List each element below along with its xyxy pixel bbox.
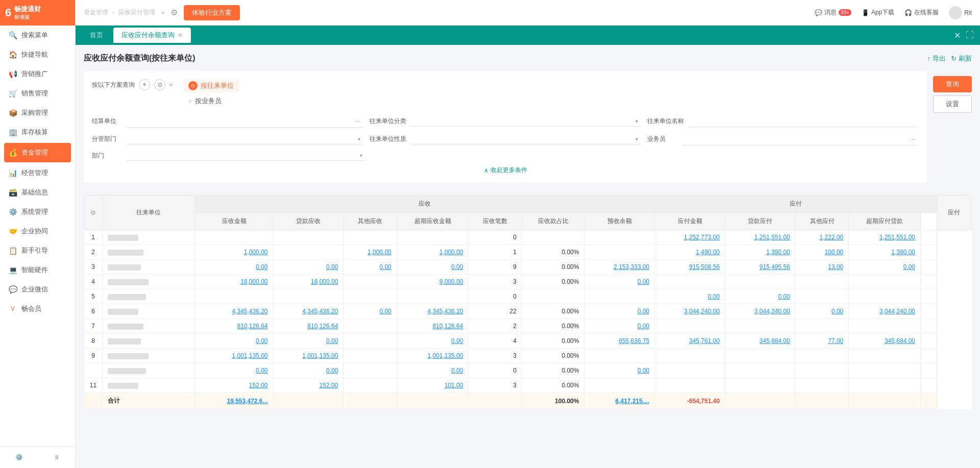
row-pay_amount[interactable]: 3,044,240.00 [655, 304, 725, 319]
row-overdue_pay[interactable]: 345,684.00 [849, 334, 921, 349]
row-advance_bal[interactable]: 0.00 [584, 275, 655, 289]
dept-select[interactable]: ▾ [127, 151, 365, 161]
sidebar-item-quick[interactable]: 🏠 快捷导航 [0, 45, 75, 64]
row-rec_amount[interactable]: 0.00 [195, 363, 273, 378]
row-overdue_rec[interactable]: 0.00 [397, 334, 469, 349]
row-rec_amount[interactable]: 0.00 [195, 260, 273, 275]
row-advance_bal[interactable]: 0.00 [584, 319, 655, 334]
unit-name-input[interactable] [688, 115, 919, 127]
row-other_rec[interactable]: 1,000.00 [344, 245, 397, 260]
message-button[interactable]: 💬 消息 99+ [815, 8, 851, 17]
row-other_rec[interactable]: 0.00 [344, 260, 397, 275]
sidebar-item-search[interactable]: 🔍 搜索菜单 [0, 26, 75, 45]
row-loan_rec[interactable]: 0.00 [273, 363, 344, 378]
row-other_pay[interactable]: 77.00 [795, 334, 848, 349]
row-rec_amount[interactable]: 4,345,436.20 [195, 304, 273, 319]
gear-icon[interactable]: ⚙ [170, 8, 178, 17]
filter-scheme-by-sales[interactable]: ○ 按业务员 [183, 94, 239, 108]
row-overdue_rec[interactable]: 810,126.64 [397, 319, 469, 334]
row-loan_pay[interactable]: 3,044,240.00 [725, 304, 796, 319]
row-pay_amount[interactable]: 915,508.56 [655, 260, 725, 275]
sidebar-item-marketing[interactable]: 📢 营销推广 [0, 64, 75, 84]
row-loan_pay[interactable]: 345,684.00 [725, 334, 796, 349]
row-other_pay[interactable]: 0.00 [795, 304, 848, 319]
sidebar-item-system[interactable]: ⚙️ 系统管理 [0, 202, 75, 221]
set-button[interactable]: 设置 [933, 95, 972, 113]
row-loan_rec[interactable]: 152.00 [273, 378, 344, 393]
row-overdue_pay[interactable]: 1,390.00 [849, 245, 921, 260]
sidebar-item-corp[interactable]: 🤝 企业协同 [0, 221, 75, 241]
tab-query[interactable]: 应收应付余额查询 ✕ [113, 28, 191, 43]
service-button[interactable]: 🎧 在线客服 [904, 8, 939, 17]
sidebar-item-basic[interactable]: 🗃️ 基础信息 [0, 183, 75, 202]
filter-scheme-button[interactable]: ⊙ [154, 79, 165, 90]
collapse-button[interactable]: ⏸ [48, 451, 65, 464]
sidebar-item-inventory[interactable]: 🏢 库存核算 [0, 122, 75, 142]
row-loan_rec[interactable]: 810,126.64 [273, 319, 344, 334]
row-overdue_pay[interactable]: 0.00 [849, 260, 921, 275]
row-rec_amount[interactable]: 1,000.00 [195, 245, 273, 260]
query-button[interactable]: 查询 [933, 76, 972, 92]
filter-collapse-icon[interactable]: « [169, 81, 173, 88]
row-overdue_pay[interactable]: 3,044,240.00 [849, 304, 921, 319]
table-settings-icon[interactable]: ⚙ [90, 209, 96, 216]
total-rec-amount[interactable]: 19,553,472,6... [195, 393, 273, 409]
row-loan_pay[interactable]: 1,251,551.00 [725, 230, 796, 245]
user-menu[interactable]: Rit [949, 6, 972, 19]
row-pay_amount[interactable]: 1,490.00 [655, 245, 725, 260]
row-other_pay[interactable]: 13.00 [795, 260, 848, 275]
row-other_pay[interactable]: 1,222.00 [795, 230, 848, 245]
row-rec_amount[interactable]: 152.00 [195, 378, 273, 393]
tab-home[interactable]: 首页 [82, 28, 111, 43]
row-rec_amount[interactable]: 18,000.00 [195, 275, 273, 289]
sidebar-item-sales[interactable]: 🛒 销售管理 [0, 84, 75, 103]
sidebar-item-member[interactable]: V 畅会员 [0, 299, 75, 318]
sidebar-item-operation[interactable]: 📊 经营管理 [0, 163, 75, 183]
close-window-icon[interactable]: ✕ [954, 31, 961, 40]
maximize-icon[interactable]: ⛶ [966, 31, 974, 40]
sidebar-item-purchase[interactable]: 📦 采购管理 [0, 103, 75, 122]
row-rec_amount[interactable]: 810,126.64 [195, 319, 273, 334]
cta-button[interactable]: 体验行业方案 [184, 5, 240, 20]
filter-add-button[interactable]: + [139, 79, 150, 90]
row-advance_bal[interactable]: 0.00 [584, 304, 655, 319]
collapse-more-button[interactable]: ∧ 收起更多条件 [484, 166, 527, 175]
row-rec_amount[interactable]: 1,001,135.00 [195, 349, 273, 363]
row-pay_amount[interactable]: 1,252,773.00 [655, 230, 725, 245]
row-rec_amount[interactable]: 0.00 [195, 334, 273, 349]
row-other_pay[interactable]: 100.00 [795, 245, 848, 260]
row-pay_amount[interactable]: 345,761.00 [655, 334, 725, 349]
row-loan_pay[interactable]: 1,390.00 [725, 245, 796, 260]
sidebar-item-hardware[interactable]: 💻 智能硬件 [0, 260, 75, 280]
settings-button[interactable]: ⚙️ [10, 451, 28, 464]
row-advance_bal[interactable]: 2,153,333.00 [584, 260, 655, 275]
salesperson-select[interactable]: ··· [682, 133, 919, 145]
row-loan_rec[interactable]: 4,345,436.20 [273, 304, 344, 319]
row-advance_bal[interactable]: 655,636.75 [584, 334, 655, 349]
row-other_rec[interactable]: 0.00 [344, 304, 397, 319]
row-overdue_rec[interactable]: 101.00 [397, 378, 469, 393]
row-pay_amount[interactable]: 0.00 [655, 289, 725, 304]
unit-category-select[interactable]: ▾ [410, 116, 641, 127]
row-loan_rec[interactable]: 1,001,135.00 [273, 349, 344, 363]
total-advance-bal[interactable]: 6,417,215.... [584, 393, 655, 409]
row-advance_bal[interactable]: 0.00 [584, 363, 655, 378]
row-overdue_rec[interactable]: 1,000.00 [397, 245, 469, 260]
row-overdue_rec[interactable]: 0.00 [397, 260, 469, 275]
export-button[interactable]: ↑ 导出 [927, 54, 946, 63]
settlement-unit-select[interactable]: ··· [127, 115, 363, 128]
row-overdue_rec[interactable]: 1,001,135.00 [397, 349, 469, 363]
row-loan_rec[interactable]: 0.00 [273, 334, 344, 349]
app-download-button[interactable]: 📱 App下载 [862, 8, 894, 17]
refresh-button[interactable]: ↻ 刷新 [951, 54, 972, 63]
row-loan_pay[interactable]: 0.00 [725, 289, 796, 304]
sidebar-item-wechat[interactable]: 💬 企业微信 [0, 280, 75, 299]
row-loan_rec[interactable]: 18,000.00 [273, 275, 344, 289]
tab-close-icon[interactable]: ✕ [178, 32, 183, 39]
filter-scheme-by-unit[interactable]: ⊙ 按往来单位 [183, 79, 239, 92]
row-overdue_rec[interactable]: 0.00 [397, 363, 469, 378]
row-loan_rec[interactable]: 0.00 [273, 260, 344, 275]
row-overdue_pay[interactable]: 1,251,551.00 [849, 230, 921, 245]
breadcrumb-dropdown-icon[interactable]: ▾ [161, 9, 164, 16]
unit-nature-select[interactable]: ▾ [410, 134, 641, 144]
